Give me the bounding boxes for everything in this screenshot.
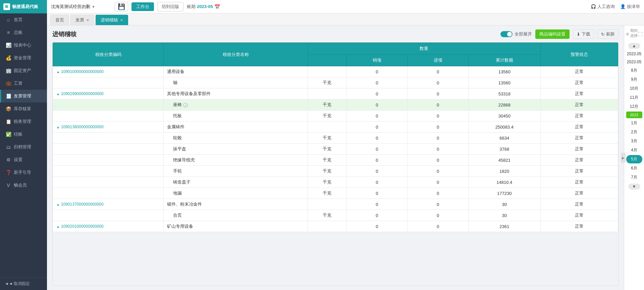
panel-collapse-button[interactable]: ▶ <box>621 153 626 163</box>
cell-purchase: 0 <box>408 166 469 177</box>
tab-invoice[interactable]: 发票 ✕ <box>70 15 94 25</box>
scroll-down-button[interactable]: ▼ <box>628 184 640 190</box>
period-item[interactable]: 8月 <box>626 66 642 75</box>
cell-warning: 正常 <box>540 188 618 199</box>
logo-icon: 账 <box>3 3 10 10</box>
table-row: 托板 千克 0 0 30450 正常 <box>53 111 618 122</box>
period-item[interactable]: 10月 <box>626 84 642 93</box>
period-item[interactable]: 1月 <box>626 119 642 127</box>
cell-code <box>53 99 164 111</box>
assets-icon: 🏢 <box>6 68 11 73</box>
sidebar-item-reports[interactable]: 📊 报表中心 <box>0 39 47 52</box>
expand-icon[interactable]: ▲ <box>56 70 60 74</box>
period-item[interactable]: 9月 <box>626 75 642 84</box>
download-button[interactable]: ⬇ 下载 <box>573 29 594 39</box>
workbench-button[interactable]: 工作台 <box>131 2 154 11</box>
cell-name: 手轮 <box>164 166 308 177</box>
switch-version-button[interactable]: 切到旧版 <box>157 2 183 11</box>
period-item[interactable]: 7月 <box>626 173 642 182</box>
period-list: 2023.052023.058月9月10月11月12月20231月2月3月4月5… <box>626 50 642 182</box>
col-unit-placeholder <box>308 55 346 66</box>
tax-icon: 📋 <box>6 119 11 124</box>
close-panel-button[interactable]: ✕ <box>626 31 630 37</box>
funds-icon: 💰 <box>6 55 11 61</box>
product-code-button[interactable]: 商品编码设置 <box>535 29 570 39</box>
col-sales: 销项 <box>346 55 408 66</box>
period-item[interactable]: 6月 <box>626 164 642 172</box>
cell-code <box>53 77 164 88</box>
tabs-bar: 首页 发票 ✕ 进销稽核 ✕ <box>47 13 644 25</box>
table-row: 地漏 千克 0 0 177230 正常 <box>53 188 618 199</box>
cell-code <box>53 111 164 122</box>
cell-unit: 千克 <box>308 133 346 144</box>
sidebar-item-vip[interactable]: V 畅会员 <box>0 179 47 192</box>
scroll-up-button[interactable]: ▲ <box>628 43 640 49</box>
cell-sales: 0 <box>346 111 408 122</box>
calendar-icon[interactable]: 📅 <box>214 4 220 9</box>
help-button[interactable]: 🎧 人工咨询 <box>591 4 615 10</box>
tab-home[interactable]: 首页 <box>50 15 69 25</box>
sidebar-item-label: 固定资产 <box>14 68 31 74</box>
sidebar-item-ledger[interactable]: ≡ 总账 <box>0 26 47 39</box>
search-small-icon[interactable]: ⌕ <box>183 103 188 107</box>
sidebar-item-tax[interactable]: 📋 税务管理 <box>0 115 47 128</box>
cell-unit: 千克 <box>308 77 346 88</box>
col-total: 累计数额 <box>468 55 540 66</box>
cell-total: 30 <box>468 199 540 210</box>
cell-unit: 千克 <box>308 99 346 111</box>
vip-icon: V <box>6 183 11 188</box>
sidebar-unpin-button[interactable]: ◄◄ 取消固定 <box>0 277 47 290</box>
period-item[interactable]: 3月 <box>626 137 642 145</box>
period-item[interactable]: 12月 <box>626 102 642 111</box>
sidebar-item-funds[interactable]: 💰 资金管理 <box>0 52 47 64</box>
sidebar-item-invoice[interactable]: 🧾 发票管理 <box>0 90 47 102</box>
data-table-wrapper: 税收分类编码 税收分类名称 数量 预警状态 销项 进项 累计数额 ▲109010… <box>52 42 619 286</box>
expand-icon[interactable]: ▲ <box>56 92 60 96</box>
tab-home-label: 首页 <box>55 17 64 23</box>
user-menu[interactable]: 👤 徐泽华 <box>620 4 640 10</box>
period-item[interactable]: 2023.05 <box>626 50 642 58</box>
reports-icon: 📊 <box>6 43 11 48</box>
sidebar-item-settings[interactable]: ⚙ 设置 <box>0 153 47 166</box>
cell-code <box>53 133 164 144</box>
period-item[interactable]: 2023 <box>626 112 642 118</box>
cell-code <box>53 155 164 166</box>
cell-total: 177230 <box>468 188 540 199</box>
expand-icon[interactable]: ▲ <box>56 203 60 206</box>
sidebar-item-label: 归档管理 <box>14 144 31 150</box>
expand-icon[interactable]: ▲ <box>56 125 60 129</box>
cell-warning: 正常 <box>540 144 618 155</box>
save-button[interactable]: 💾 <box>115 2 128 11</box>
expand-toggle[interactable]: 全部展开 <box>500 31 532 37</box>
expand-icon[interactable]: ▲ <box>56 225 60 228</box>
sidebar-item-settlement[interactable]: ✅ 结账 <box>0 128 47 141</box>
page-header: 进销稽核 全部展开 商品编码设置 ⬇ 下载 ↻ 刷 <box>52 29 619 39</box>
table-row: 手轮 千克 0 0 1820 正常 <box>53 166 618 177</box>
user-icon: 👤 <box>620 4 626 9</box>
sidebar-item-archive[interactable]: 🗂 归档管理 <box>0 141 47 153</box>
close-tab-reconcile[interactable]: ✕ <box>120 18 123 22</box>
close-tab-invoice[interactable]: ✕ <box>86 18 89 22</box>
cell-warning: 正常 <box>540 166 618 177</box>
cell-unit: 千克 <box>308 166 346 177</box>
sidebar-item-inventory[interactable]: 📦 库存核算 <box>0 102 47 115</box>
period-item[interactable]: 5月 <box>626 155 642 163</box>
sidebar-item-label: 库存核算 <box>14 106 31 112</box>
period-item[interactable]: 11月 <box>626 93 642 102</box>
period-item[interactable]: 4月 <box>626 146 642 154</box>
expand-panel-button[interactable]: ⛶ <box>638 31 643 37</box>
cell-unit: 千克 <box>308 144 346 155</box>
sidebar-item-guide[interactable]: ❓ 新手引导 <box>0 166 47 179</box>
company-selector[interactable]: 沈海英测试经营勿删 ▼ <box>51 4 111 10</box>
period-item[interactable]: 2023.05 <box>626 58 642 66</box>
cell-total: 1820 <box>468 166 540 177</box>
toggle-track[interactable] <box>500 31 513 37</box>
sidebar-item-home[interactable]: ⌂ 首页 <box>0 13 47 26</box>
cell-total: 22868 <box>468 99 540 111</box>
cell-purchase: 0 <box>408 88 469 99</box>
sidebar-item-assets[interactable]: 🏢 固定资产 <box>0 64 47 77</box>
refresh-button[interactable]: ↻ 刷新 <box>597 29 619 39</box>
sidebar-item-salary[interactable]: 💼 工资 <box>0 77 47 90</box>
period-item[interactable]: 2月 <box>626 128 642 136</box>
tab-reconcile[interactable]: 进销稽核 ✕ <box>96 15 128 25</box>
